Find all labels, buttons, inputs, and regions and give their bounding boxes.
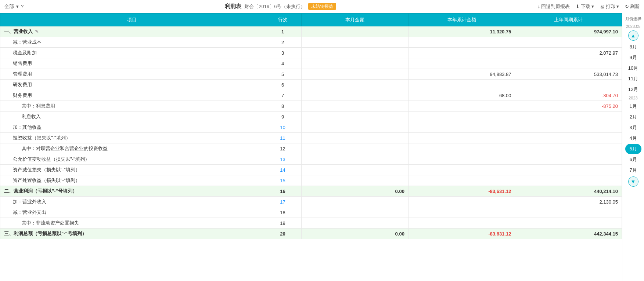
cell-item: 减：营业外支出 xyxy=(0,207,264,218)
cell-year-amount xyxy=(408,58,515,69)
cell-prev-year xyxy=(515,165,622,175)
cell-month-amount xyxy=(302,122,409,133)
top-bar-right: ↓ 回退到原报表 ⬇ 下载 ▾ 🖨 打印 ▾ ↻ 刷新 xyxy=(537,3,640,10)
main-layout: 项目 行次 本月金额 本年累计金额 上年同期累计 一、营业收入✎111,320.… xyxy=(0,13,644,281)
cell-year-amount xyxy=(408,143,515,154)
report-title: 利润表 xyxy=(225,3,241,10)
cell-month-amount xyxy=(302,37,409,48)
cell-item: 其中：利息费用 xyxy=(0,101,264,112)
help-icon[interactable]: ? xyxy=(21,4,24,9)
cell-row-number: 14 xyxy=(264,165,302,175)
month-item-2[interactable]: 2月 xyxy=(625,112,641,122)
month-item-11[interactable]: 11月 xyxy=(625,74,641,84)
cell-year-amount xyxy=(408,165,515,175)
month-item-12[interactable]: 12月 xyxy=(625,84,641,95)
col-header-item: 项目 xyxy=(0,14,264,26)
month-item-10[interactable]: 10月 xyxy=(625,63,641,73)
cell-item: 利息收入 xyxy=(0,112,264,122)
cell-year-amount: 94,883.87 xyxy=(408,69,515,80)
cell-month-amount xyxy=(302,112,409,122)
cell-year-amount xyxy=(408,101,515,112)
cell-month-amount xyxy=(302,207,409,218)
report-table: 项目 行次 本月金额 本年累计金额 上年同期累计 一、营业收入✎111,320.… xyxy=(0,13,622,239)
cell-year-amount: 11,320.75 xyxy=(408,26,515,37)
cell-month-amount xyxy=(302,58,409,69)
cell-month-amount xyxy=(302,90,409,101)
cell-year-amount: 68.00 xyxy=(408,90,515,101)
cell-month-amount xyxy=(302,218,409,229)
cell-year-amount xyxy=(408,197,515,207)
table-row: 其中：利息费用8-875.20 xyxy=(0,101,622,112)
month-nav-up[interactable]: ▲ xyxy=(628,30,638,41)
table-row: 财务费用768.00-304.70 xyxy=(0,90,622,101)
cell-item: 三、利润总额（亏损总额以"-"号填列） xyxy=(0,229,264,239)
cell-item: 加：其他收益 xyxy=(0,122,264,133)
cell-month-amount xyxy=(302,143,409,154)
cell-month-amount xyxy=(302,133,409,143)
month-item-5[interactable]: 5月 xyxy=(625,144,641,154)
cell-row-number: 2 xyxy=(264,37,302,48)
cell-row-number: 13 xyxy=(264,154,302,165)
cell-row-number: 20 xyxy=(264,229,302,239)
month-item-3[interactable]: 3月 xyxy=(625,123,641,133)
cell-item: 投资收益（损失以"-"填列） xyxy=(0,133,264,143)
cell-item: 管理费用 xyxy=(0,69,264,80)
app-container: 全部 ▾ ? 利润表 财会〔2019〕6号（未执行） 未结转损益 ↓ 回退到原报… xyxy=(0,0,644,281)
month-item-4[interactable]: 4月 xyxy=(625,133,641,143)
cell-row-number: 7 xyxy=(264,90,302,101)
month-list: 8月9月10月11月12月20231月2月3月4月5月6月7月 xyxy=(625,41,641,176)
col-header-year: 本年累计金额 xyxy=(408,14,515,26)
back-button[interactable]: ↓ 回退到原报表 xyxy=(537,3,570,10)
cell-year-amount xyxy=(408,218,515,229)
top-bar: 全部 ▾ ? 利润表 财会〔2019〕6号（未执行） 未结转损益 ↓ 回退到原报… xyxy=(0,0,644,13)
col-header-row: 行次 xyxy=(264,14,302,26)
cell-row-number: 9 xyxy=(264,112,302,122)
month-nav-down[interactable]: ▼ xyxy=(628,176,638,187)
cell-prev-year xyxy=(515,207,622,218)
month-item-8[interactable]: 8月 xyxy=(625,42,641,52)
month-item-6[interactable]: 6月 xyxy=(625,154,641,165)
table-row: 销售费用4 xyxy=(0,58,622,69)
table-body: 一、营业收入✎111,320.75974,997.10减：营业成本2税金及附加3… xyxy=(0,26,622,239)
print-button[interactable]: 🖨 打印 ▾ xyxy=(600,3,619,10)
current-year-label: 2023.05 xyxy=(626,24,641,29)
top-bar-center: 利润表 财会〔2019〕6号（未执行） 未结转损益 xyxy=(225,3,336,10)
refresh-button[interactable]: ↻ 刷新 xyxy=(625,3,640,10)
nav-arrow: ▾ xyxy=(16,4,19,9)
month-item-1[interactable]: 1月 xyxy=(625,101,641,112)
cell-row-number: 1 xyxy=(264,26,302,37)
cell-prev-year: 442,344.15 xyxy=(515,229,622,239)
cell-month-amount xyxy=(302,101,409,112)
table-row: 研发费用6 xyxy=(0,80,622,90)
status-badge[interactable]: 未结转损益 xyxy=(308,3,336,10)
cell-item: 资产处置收益（损失以"-"填列） xyxy=(0,175,264,186)
table-row: 三、利润总额（亏损总额以"-"号填列）200.00-83,631.12442,3… xyxy=(0,229,622,239)
cell-prev-year xyxy=(515,175,622,186)
cell-year-amount xyxy=(408,154,515,165)
table-row: 利息收入9 xyxy=(0,112,622,122)
table-row: 减：营业外支出18 xyxy=(0,207,622,218)
top-bar-left: 全部 ▾ ? xyxy=(4,3,24,10)
cell-row-number: 10 xyxy=(264,122,302,133)
download-button[interactable]: ⬇ 下载 ▾ xyxy=(576,3,594,10)
table-row: 资产减值损失（损失以"-"填列）14 xyxy=(0,165,622,175)
cell-item: 一、营业收入✎ xyxy=(0,26,264,37)
month-sidebar: 月份选择 2023.05 ▲ 8月9月10月11月12月20231月2月3月4月… xyxy=(622,13,644,281)
cell-year-amount: -83,631.12 xyxy=(408,229,515,239)
cell-month-amount xyxy=(302,26,409,37)
nav-all[interactable]: 全部 xyxy=(4,3,14,10)
table-area[interactable]: 项目 行次 本月金额 本年累计金额 上年同期累计 一、营业收入✎111,320.… xyxy=(0,13,622,281)
table-row: 加：营业外收入172,130.05 xyxy=(0,197,622,207)
cell-month-amount xyxy=(302,165,409,175)
month-item-9[interactable]: 9月 xyxy=(625,52,641,63)
table-row: 其中：对联营企业和合营企业的投资收益12 xyxy=(0,143,622,154)
cell-prev-year: 2,072.97 xyxy=(515,48,622,58)
edit-icon[interactable]: ✎ xyxy=(35,29,39,34)
cell-prev-year xyxy=(515,143,622,154)
doc-info: 财会〔2019〕6号（未执行） xyxy=(244,3,305,10)
month-item-7[interactable]: 7月 xyxy=(625,165,641,175)
table-row: 减：营业成本2 xyxy=(0,37,622,48)
cell-year-amount: -83,631.12 xyxy=(408,186,515,197)
cell-item: 公允价值变动收益（损失以"-"填列） xyxy=(0,154,264,165)
cell-year-amount xyxy=(408,48,515,58)
